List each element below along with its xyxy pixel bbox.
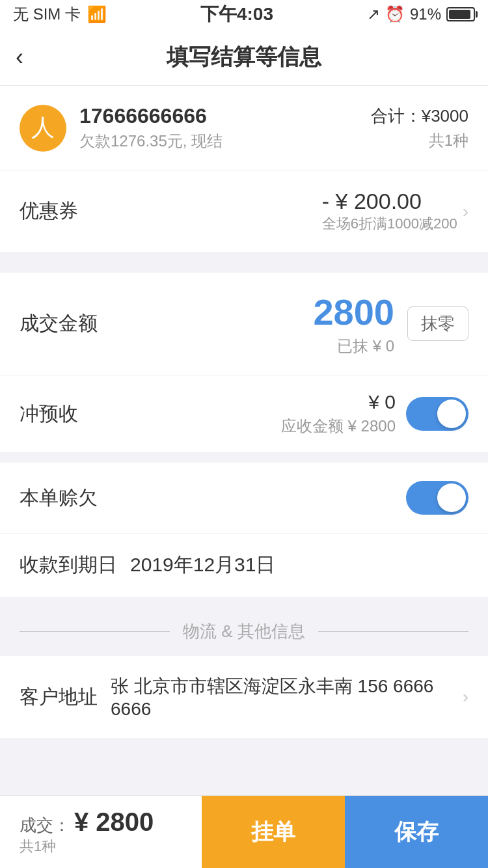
save-button[interactable]: 保存 [345,796,488,869]
prepay-label: 冲预收 [20,401,78,427]
address-label: 客户地址 [20,684,98,711]
transaction-section: 成交金额 2800 已抹 ¥ 0 抹零 冲预收 ¥ 0 应收金额 ¥ 2800 [0,273,488,452]
customer-phone: 17666666666 [79,104,223,128]
hold-button[interactable]: 挂单 [202,796,345,869]
nav-bar: ‹ 填写结算等信息 [0,29,488,86]
battery-icon [446,7,475,21]
transaction-right: 2800 已抹 ¥ 0 抹零 [313,291,468,357]
section-gap-2 [0,452,488,463]
customer-card: 人 17666666666 欠款1276.35元, 现结 合计：¥3000 共1… [0,86,488,252]
address-row[interactable]: 客户地址 张 北京市市辖区海淀区永丰南 156 6666 6666 › [0,656,488,738]
prepay-amount: ¥ 0 应收金额 ¥ 2800 [281,391,396,437]
transaction-amount-sub: 已抹 ¥ 0 [313,336,394,357]
customer-row: 人 17666666666 欠款1276.35元, 现结 合计：¥3000 共1… [0,86,488,170]
logistics-label: 物流 & 其他信息 [183,620,305,643]
battery-percent: 91% [410,5,441,23]
due-date-value: 2019年12月31日 [130,552,275,578]
page-title: 填写结算等信息 [167,42,321,72]
status-time: 下午4:03 [200,2,273,27]
coupon-label: 优惠券 [20,198,78,224]
customer-left: 人 17666666666 欠款1276.35元, 现结 [20,104,223,152]
logistics-divider: 物流 & 其他信息 [0,607,488,656]
transaction-label: 成交金额 [20,310,98,337]
divider-line-right [318,631,468,632]
total-label: 合计：¥3000 [371,105,468,128]
avatar: 人 [20,105,66,152]
customer-right: 合计：¥3000 共1种 [371,105,468,151]
prepay-row: 冲预收 ¥ 0 应收金额 ¥ 2800 [0,375,488,452]
location-icon: ↗ [367,5,380,23]
prepay-toggle[interactable] [406,397,468,431]
due-date-row: 收款到期日 2019年12月31日 [0,533,488,597]
coupon-right: - ¥ 200.00 全场6折满1000减200 › [322,189,468,234]
alarm-icon: ⏰ [385,5,405,23]
due-date-label: 收款到期日 [20,552,117,578]
debt-row: 本单赊欠 [0,463,488,533]
debt-toggle-knob [437,483,466,512]
transaction-amount: 2800 [313,291,394,333]
prepay-right: ¥ 0 应收金额 ¥ 2800 [281,391,468,437]
chevron-right-icon: › [463,201,468,222]
address-chevron-icon: › [463,686,468,707]
summary-amount: ¥ 2800 [74,807,154,837]
status-left: 无 SIM 卡 📶 [13,4,107,25]
summary-count: 共1种 [20,837,182,856]
debt-toggle[interactable] [406,481,468,515]
coupon-row[interactable]: 优惠券 - ¥ 200.00 全场6折满1000减200 › [0,170,488,252]
customer-sub-text: 欠款1276.35元, 现结 [79,131,223,152]
summary-label: 成交： [20,814,70,837]
divider-line-left [20,631,170,632]
address-section: 客户地址 张 北京市市辖区海淀区永丰南 156 6666 6666 › [0,656,488,738]
content-area: 人 17666666666 欠款1276.35元, 现结 合计：¥3000 共1… [0,86,488,826]
coupon-amount: - ¥ 200.00 [322,189,457,214]
transaction-row: 成交金额 2800 已抹 ¥ 0 抹零 [0,273,488,375]
debt-label: 本单赊欠 [20,485,98,511]
status-bar: 无 SIM 卡 📶 下午4:03 ↗ ⏰ 91% [0,0,488,29]
no-sim-text: 无 SIM 卡 [13,4,81,25]
prepay-sub: 应收金额 ¥ 2800 [281,416,396,437]
prepay-value: ¥ 0 [281,391,396,413]
bottom-bar: 成交： ¥ 2800 共1种 挂单 保存 [0,795,488,868]
total-count: 共1种 [371,130,468,151]
wifi-icon: 📶 [87,5,107,23]
address-value: 张 北京市市辖区海淀区永丰南 156 6666 6666 [111,674,450,720]
section-gap-1 [0,262,488,273]
coupon-desc: 全场6折满1000减200 [322,214,457,234]
back-button[interactable]: ‹ [16,44,23,71]
round-button[interactable]: 抹零 [407,306,468,341]
debt-section: 本单赊欠 收款到期日 2019年12月31日 [0,463,488,597]
customer-info: 17666666666 欠款1276.35元, 现结 [79,104,223,152]
toggle-knob [437,400,466,428]
bottom-summary: 成交： ¥ 2800 共1种 [0,807,202,856]
status-right: ↗ ⏰ 91% [367,5,475,23]
